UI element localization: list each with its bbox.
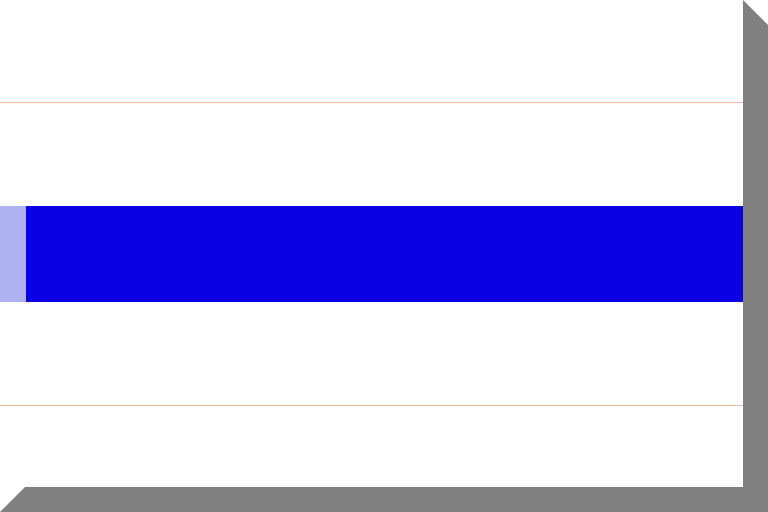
shadow-corner-tr <box>743 0 768 25</box>
center-stripe <box>26 206 768 302</box>
shadow-corner-br <box>743 487 768 512</box>
shadow-tr-triangle <box>743 0 768 25</box>
shadow-corner-bl <box>0 487 25 512</box>
shadow-bottom <box>25 487 743 512</box>
shadow-bl-triangle <box>0 487 25 512</box>
shadow-right <box>743 25 768 487</box>
thin-rule-bottom <box>0 405 768 406</box>
thin-rule-top <box>0 102 768 103</box>
flag-panel <box>0 0 768 512</box>
